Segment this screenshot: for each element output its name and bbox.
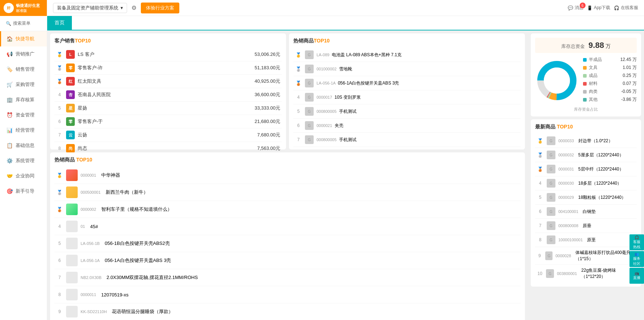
headset-icon: 🎧	[614, 5, 619, 11]
notification-button[interactable]: 💬 消息 6	[568, 5, 583, 11]
list-item: 🥈 G 0000032 5厘多层（1220*2440）	[535, 148, 637, 162]
rank-num: 4	[56, 92, 63, 97]
product-thumb: G	[547, 193, 555, 202]
product-thumb: G	[547, 207, 555, 216]
sidebar-item-inventory[interactable]: 🏢 库存核算	[0, 92, 47, 107]
list-item: 🥇 L LS 客户 53,006.26元	[54, 48, 282, 61]
guide-icon: 🎯	[6, 188, 13, 194]
legend-color	[583, 66, 587, 70]
avatar: 零	[66, 117, 75, 126]
list-item: 🥉 G 0000031 5层中纤（1220*2440）	[535, 162, 637, 176]
list-item: 🥈 000500001 新西兰牛肉（新牛）	[54, 184, 521, 201]
trial-button[interactable]: 体验行业方案	[141, 3, 179, 13]
legend-color	[583, 90, 587, 94]
legend-item: 肉类 -0.05 万	[583, 89, 637, 95]
product-thumb: G	[547, 221, 555, 230]
live-button[interactable]: 📺 直播	[629, 268, 644, 284]
list-item: 8 G 0000021 夹壳	[293, 147, 521, 149]
sidebar-item-purchase[interactable]: 🛒 采购管理	[0, 77, 47, 92]
rank-medal-2: 🥈	[56, 65, 63, 71]
community-icon: 👥	[635, 252, 639, 256]
headset-icon: 🎧	[635, 235, 639, 239]
inventory-card: 库存总资金 9.88 万	[531, 33, 641, 116]
online-service-button[interactable]: 🎧 在线客服	[614, 5, 638, 11]
list-item: 4 G 0000017 10S 变刮罗浆	[293, 90, 521, 104]
donut-chart	[535, 59, 579, 102]
sidebar-item-basic[interactable]: 📋 基础信息	[0, 138, 47, 153]
product-thumb	[66, 255, 78, 266]
donut-svg	[535, 59, 579, 102]
search-menu-button[interactable]: 🔍 搜索菜单	[4, 19, 43, 28]
float-buttons: 🎧 客服热线 👥 服务社区 📺 直播	[629, 234, 644, 284]
list-item: 7 G 000800008 原垂	[535, 219, 637, 233]
customer-service-button[interactable]: 🎧 客服热线	[629, 234, 644, 250]
avatar: 零	[66, 63, 75, 72]
sidebar-search[interactable]: 🔍 搜索菜单	[0, 16, 47, 31]
product-thumb: G	[305, 93, 314, 102]
right-panel: 库存总资金 9.88 万	[528, 30, 644, 320]
phone-icon: 📱	[587, 5, 592, 11]
list-item: 🥈 G 001000002 雪地靴	[293, 62, 521, 76]
hot-products-card: 热销商品 TOP10 🥇 0000001 中华神器 🥈 000500001 新西…	[50, 152, 525, 320]
product-thumb: G	[305, 135, 314, 144]
sidebar-logo: 好 畅捷通好生意 标准版	[0, 0, 47, 16]
product-thumb	[66, 238, 78, 249]
sidebar-nav: 🏠 快捷导航 📢 营销推广 🏷️ 销售管理 🛒 采购管理 🏢 库存核算 ⏰ 资金…	[0, 31, 47, 320]
purchase-icon: 🛒	[6, 82, 13, 87]
product-thumb: G	[547, 235, 555, 244]
legend-color	[583, 58, 587, 62]
legend-item: 材料 0.07 万	[583, 81, 637, 87]
rank-medal-3: 🥉	[56, 79, 63, 84]
customer-amount: 33,333.00元	[254, 105, 280, 111]
donut-section: 半成品 12.45 万 文具 1.01 万 成品 0.25 万	[535, 57, 637, 104]
list-item: 4 G 0000030 18多层（1220*2440）	[535, 176, 637, 190]
list-item: 9 KK-SD22110H 花语萌恒温分腿睡袋（厚款）	[54, 303, 521, 320]
customer-name: 苍南县人民医院	[78, 91, 252, 98]
product-thumb: G	[547, 136, 555, 145]
legend-item: 半成品 12.45 万	[583, 57, 637, 63]
sidebar-item-guide[interactable]: 🎯 新手引导	[0, 184, 47, 199]
product-thumb: G	[545, 251, 553, 260]
customer-amount: 40,925.00元	[254, 78, 280, 85]
legend-item: 文具 1.01 万	[583, 65, 637, 71]
new-products-title: 最新商品 TOP10	[535, 124, 637, 130]
sidebar-item-system[interactable]: ⚙️ 系统管理	[0, 153, 47, 168]
tab-home[interactable]: 首页	[47, 16, 72, 30]
logo-icon: 好	[4, 3, 14, 13]
product-thumb	[66, 204, 78, 215]
app-download-button[interactable]: 📱 App下载	[587, 5, 610, 11]
sidebar-item-sales[interactable]: 🏷️ 销售管理	[0, 62, 47, 77]
sidebar-item-marketing[interactable]: 📢 营销推广	[0, 46, 47, 62]
community-button[interactable]: 👥 服务社区	[629, 251, 644, 267]
customer-amount: 51,183.00元	[254, 65, 280, 71]
chevron-down-icon: ▾	[121, 5, 123, 11]
rank-medal-1: 🥇	[56, 52, 63, 57]
settings-icon[interactable]: ⚙	[131, 4, 136, 11]
list-item: 4 杏 苍南县人民医院 36,600.00元	[54, 88, 282, 102]
avatar: 杏	[66, 90, 75, 99]
system-selector[interactable]: 装备及固定资产辅助管理系统 ▾	[53, 3, 127, 13]
topbar-icons: 💬 消息 6 📱 App下载 🎧 在线客服	[568, 5, 638, 11]
notification-badge: 6	[580, 3, 586, 8]
new-products-list: 🥇 G 0000033 封边带（1.0*22） 🥈 G 0000032 5厘多层…	[535, 134, 637, 282]
sidebar-item-finance[interactable]: ⏰ 资金管理	[0, 107, 47, 123]
product-thumb: G	[305, 50, 314, 59]
list-item: 10 G 003800001 22g鱼豆腐-烧烤味（1*12*20）	[535, 265, 637, 282]
product-thumb	[66, 289, 78, 300]
product-thumb	[66, 186, 78, 198]
customer-name: 零售客户-许	[78, 65, 252, 71]
sidebar-item-management[interactable]: 📊 经营管理	[0, 123, 47, 138]
sidebar-item-home[interactable]: 🏠 快捷导航	[0, 31, 47, 46]
live-icon: 📺	[635, 271, 639, 275]
sidebar-item-corp[interactable]: 🤝 企业协同	[0, 168, 47, 184]
customer-sales-title: 客户销售TOP10	[54, 38, 282, 44]
list-item: 6 零 零售客户-于 21,680.00元	[54, 115, 282, 128]
list-item: 🥇 G LA-089 电池盖 LA-089 ABS本色+黑种 7.1克	[293, 48, 521, 62]
product-thumb: G	[547, 151, 555, 159]
inventory-icon: 🏢	[6, 97, 13, 103]
list-item: 7 G 000800005 手机测试	[293, 133, 521, 147]
content-area: 客户销售TOP10 🥇 L LS 客户 53,006.26元 🥈 零 零售	[47, 30, 644, 320]
rank-num: 6	[56, 119, 63, 124]
bell-icon: 💬	[568, 5, 573, 11]
list-item: 9 G 0000028 体碱嘉枝味苏打饮品400毫升（1*15）	[535, 247, 637, 265]
